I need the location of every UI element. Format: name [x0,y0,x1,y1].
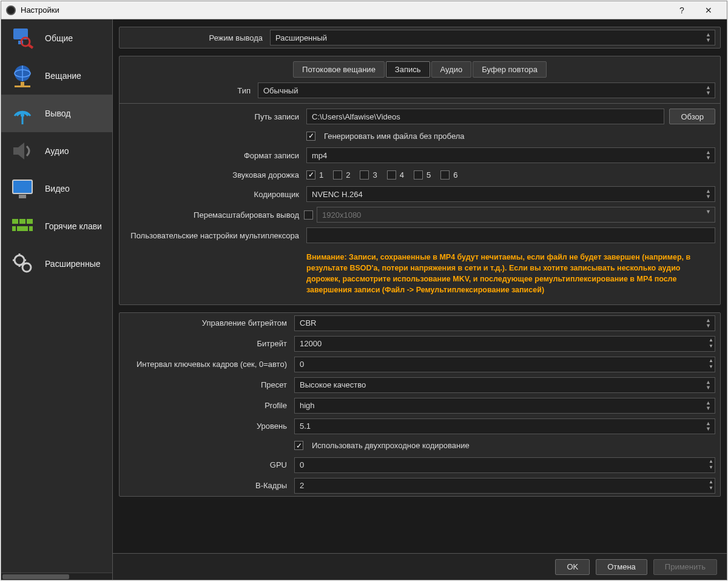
bframes-input[interactable]: 2 ▲▼ [294,478,715,494]
rate-control-value: CBR [300,318,316,327]
browse-button[interactable]: Обзор [669,109,715,124]
chevron-updown-icon: ▲▼ [706,150,711,161]
sidebar-item-video[interactable]: Видео [1,170,112,207]
svg-rect-16 [17,226,28,231]
type-combo[interactable]: Обычный ▲▼ [258,82,715,98]
gears-icon [7,250,38,277]
spinner-icon[interactable]: ▲▼ [709,358,713,370]
recording-panel: Потоковое вещание Запись Аудио Буфер пов… [119,56,721,305]
encoder-label: Кодировщик [124,190,306,199]
apply-button[interactable]: Применить [653,559,717,575]
mux-label: Пользовательские настройки мультиплексор… [124,231,306,240]
sidebar-label: Общие [45,33,73,43]
window-title: Настройки [21,5,669,15]
rescale-label: Перемасштабировать вывод [124,210,306,220]
tab-streaming[interactable]: Потоковое вещание [293,61,385,78]
level-value: 5.1 [300,421,311,431]
gen-no-space-checkbox[interactable] [306,132,315,141]
chevron-down-icon: ▼ [706,209,711,215]
sidebar-scrollbar[interactable] [1,573,112,580]
bframes-value: 2 [300,481,304,490]
svg-point-8 [21,113,24,117]
spinner-icon[interactable]: ▲▼ [709,337,713,349]
output-mode-combo[interactable]: Расширенный ▲▼ [270,30,715,45]
level-label: Уровень [124,421,294,431]
record-format-combo[interactable]: mp4 ▲▼ [306,147,715,163]
bitrate-input[interactable]: 12000 ▲▼ [294,336,715,352]
close-button[interactable]: ✕ [695,5,722,15]
gpu-input[interactable]: 0 ▲▼ [294,457,715,473]
svg-line-3 [29,45,33,48]
display-icon [7,175,38,202]
tab-replay-buffer[interactable]: Буфер повтора [473,61,547,78]
sidebar-item-audio[interactable]: Аудио [1,132,112,170]
sidebar-item-stream[interactable]: Вещание [1,57,112,95]
cancel-button[interactable]: Отмена [596,559,647,575]
rescale-checkbox[interactable] [304,210,313,220]
gpu-value: 0 [300,460,304,469]
chevron-updown-icon: ▲▼ [706,85,711,96]
encoder-combo[interactable]: NVENC H.264 ▲▼ [306,186,715,202]
sidebar-label: Аудио [45,146,69,156]
track-3-checkbox[interactable] [360,170,369,180]
twopass-label: Использовать двухпроходное кодирование [312,441,470,450]
ok-button[interactable]: OK [555,559,590,575]
app-icon [6,5,16,15]
rescale-value: 1920x1080 [322,210,361,220]
track-5-checkbox[interactable] [414,170,423,180]
track-2-checkbox[interactable] [333,170,342,180]
sidebar-label: Вещание [45,71,81,81]
chevron-updown-icon: ▲▼ [706,421,711,432]
level-combo[interactable]: 5.1 ▲▼ [294,418,715,434]
tab-recording[interactable]: Запись [386,61,430,78]
chevron-updown-icon: ▲▼ [706,380,711,391]
bframes-label: B-Кадры [124,481,294,490]
encoder-value: NVENC H.264 [312,190,363,199]
svg-rect-15 [12,226,16,231]
mux-input[interactable] [306,227,715,243]
type-label: Тип [124,86,258,95]
preset-value: Высокое качество [300,380,366,389]
record-format-value: mp4 [312,151,327,160]
svg-rect-14 [27,219,33,224]
twopass-checkbox[interactable] [294,441,303,450]
antenna-icon [7,100,38,127]
profile-label: Profile [124,401,294,410]
globe-icon [7,62,38,89]
mp4-warning: Внимание: Записи, сохраненные в MP4 буду… [306,248,715,302]
profile-value: high [300,401,315,410]
keyint-input[interactable]: 0 ▲▼ [294,357,715,372]
chevron-updown-icon: ▲▼ [706,32,711,43]
track-4-checkbox[interactable] [387,170,396,180]
svg-rect-10 [13,180,32,193]
keyint-label: Интервал ключевых кадров (сек, 0=авто) [124,360,294,369]
profile-combo[interactable]: high ▲▼ [294,398,715,414]
spinner-icon[interactable]: ▲▼ [709,458,713,471]
record-path-label: Путь записи [124,112,306,121]
svg-rect-12 [12,219,18,224]
sidebar-item-advanced[interactable]: Расширенные [1,245,112,283]
sidebar-item-general[interactable]: Общие [1,19,112,57]
svg-rect-7 [15,86,30,87]
help-button[interactable]: ? [669,5,695,15]
monitor-search-icon [7,25,38,52]
rate-control-combo[interactable]: CBR ▲▼ [294,315,715,331]
track-1-checkbox[interactable] [306,170,315,180]
preset-combo[interactable]: Высокое качество ▲▼ [294,377,715,393]
sidebar-item-hotkeys[interactable]: Горячие клави [1,207,112,245]
sidebar-label: Вывод [45,109,70,118]
preset-label: Пресет [124,380,294,389]
spinner-icon[interactable]: ▲▼ [709,479,713,491]
rescale-combo: 1920x1080 ▼ [317,207,715,223]
chevron-updown-icon: ▲▼ [706,400,711,411]
keyboard-icon [7,213,38,240]
tab-audio[interactable]: Аудио [431,61,472,78]
chevron-updown-icon: ▲▼ [706,189,711,200]
sidebar: Общие Вещание Вывод [1,19,113,580]
sidebar-item-output[interactable]: Вывод [1,95,112,132]
record-path-input[interactable]: C:\Users\Alfawise\Videos [306,109,664,124]
type-value: Обычный [263,86,298,95]
dialog-footer: OK Отмена Применить [113,553,727,580]
keyint-value: 0 [300,360,304,369]
track-6-checkbox[interactable] [440,170,450,180]
